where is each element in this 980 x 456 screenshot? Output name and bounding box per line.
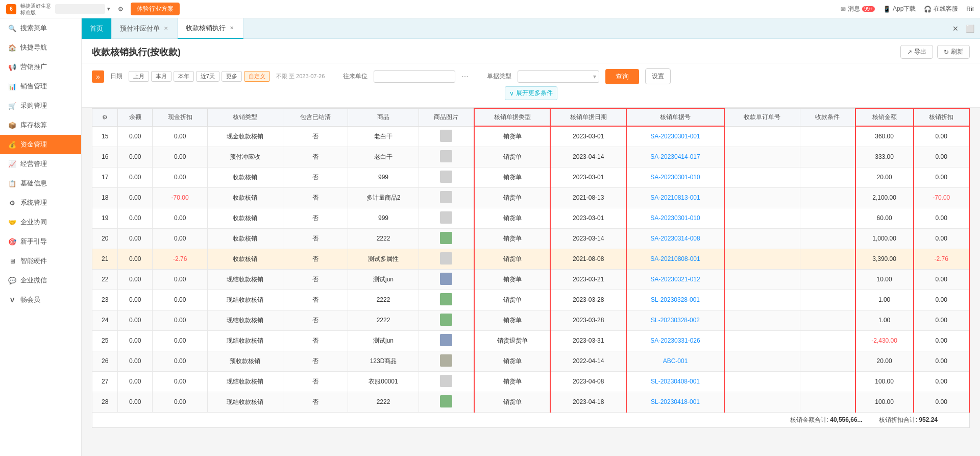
cell-type: 现结收款核销 <box>208 392 283 412</box>
sidebar-item-basic[interactable]: 📋 基础信息 <box>0 174 81 193</box>
this-month-btn[interactable]: 本月 <box>151 71 172 82</box>
home-icon: 🏠 <box>8 43 16 52</box>
cell-bill-no[interactable]: SA-20230301-010 <box>626 167 724 187</box>
cell-bill-no[interactable]: SL-20230328-002 <box>626 310 724 330</box>
app-download-btn[interactable]: 📱 App下载 <box>883 5 916 13</box>
cell-amount: 100.00 <box>855 392 914 412</box>
from-unit-dots[interactable]: ··· <box>461 72 468 81</box>
cell-balance: 0.00 <box>118 371 153 392</box>
tab-maximize-btn[interactable]: ⬜ <box>964 22 976 35</box>
cell-bill-no[interactable]: SL-20230328-001 <box>626 290 724 310</box>
finance-icon: 💰 <box>8 140 16 149</box>
col-write-off-discount: 核销折扣 <box>914 108 969 126</box>
col-settled: 包含已结清 <box>283 108 348 126</box>
sidebar-item-collab[interactable]: 🤝 企业协同 <box>0 212 81 232</box>
cell-bill-no[interactable]: SA-20230301-001 <box>626 126 724 147</box>
cell-bill-no[interactable]: SA-20210808-001 <box>626 249 724 269</box>
tab-prepay[interactable]: 预付冲应付单 ✕ <box>112 18 178 39</box>
sidebar-item-wechat[interactable]: 💬 企业微信 <box>0 271 81 290</box>
table-row: 28 0.00 0.00 现结收款核销 否 2222 销货单 2023-04-1… <box>92 392 970 412</box>
cell-type: 现结收款核销 <box>208 269 283 290</box>
cell-bill-type: 销货单 <box>474 249 550 269</box>
table-row: 17 0.00 0.00 收款核销 否 999 销货单 2023-03-01 S… <box>92 167 970 187</box>
cell-discount: 0.00 <box>153 290 208 310</box>
sidebar-item-system[interactable]: ⚙ 系统管理 <box>0 193 81 212</box>
workspace-dropdown[interactable]: ▾ <box>55 4 110 14</box>
sidebar-item-purchase[interactable]: 🛒 采购管理 <box>0 96 81 115</box>
expand-conditions-btn[interactable]: ∨ 展开更多条件 <box>505 86 557 100</box>
sidebar-item-guide[interactable]: 🎯 新手引导 <box>0 232 81 251</box>
message-icon: ✉ <box>841 6 846 13</box>
cell-discount: 0.00 <box>153 228 208 249</box>
cell-bill-no[interactable]: SA-20230414-017 <box>626 147 724 167</box>
solution-btn[interactable]: 体验行业方案 <box>131 3 180 15</box>
user-name[interactable]: Rit <box>966 6 974 13</box>
query-btn[interactable]: 查询 <box>605 69 639 84</box>
refresh-btn[interactable]: ↻ 刷新 <box>937 45 970 59</box>
filter-toggle-btn[interactable]: » <box>92 70 104 83</box>
bill-type-select[interactable]: 销货单 销货退货单 <box>518 70 599 83</box>
cell-bill-no[interactable]: SA-20230321-012 <box>626 269 724 290</box>
cell-order-no <box>724 126 800 147</box>
cell-order-no <box>724 147 800 167</box>
data-table: ⚙ 余额 现金折扣 核销类型 包含已结清 商品 商品图片 核销单据类型 核销单据… <box>92 108 970 413</box>
col-bill-date: 核销单据日期 <box>550 108 626 126</box>
cell-type: 收款核销 <box>208 167 283 187</box>
sidebar-item-hardware[interactable]: 🖥 智能硬件 <box>0 251 81 271</box>
cell-img <box>419 269 474 290</box>
last-7days-btn[interactable]: 近7天 <box>196 71 219 82</box>
col-order-no: 收款单订单号 <box>724 108 800 126</box>
cell-settled: 否 <box>283 208 348 228</box>
messages-btn[interactable]: ✉ 消息 99+ <box>841 5 875 13</box>
tab-collection[interactable]: 收款核销执行 ✕ <box>178 18 243 39</box>
this-year-btn[interactable]: 本年 <box>174 71 194 82</box>
cell-settled: 否 <box>283 147 348 167</box>
cell-settled: 否 <box>283 351 348 371</box>
page-header-actions: ↗ 导出 ↻ 刷新 <box>900 45 970 59</box>
sidebar-item-member[interactable]: V 畅会员 <box>0 290 81 309</box>
cell-bill-type: 销货退货单 <box>474 330 550 351</box>
cell-bill-no[interactable]: SL-20230408-001 <box>626 371 724 392</box>
cell-order-no <box>724 228 800 249</box>
custom-btn[interactable]: 自定义 <box>244 71 270 82</box>
cell-bill-no[interactable]: SA-20210813-001 <box>626 187 724 208</box>
guide-icon: 🎯 <box>8 237 16 246</box>
sidebar-item-nav[interactable]: 🏠 快捷导航 <box>0 38 81 57</box>
cell-bill-no[interactable]: SA-20230301-010 <box>626 208 724 228</box>
sidebar-item-finance[interactable]: 💰 资金管理 <box>0 135 81 154</box>
service-btn[interactable]: 🎧 在线客服 <box>924 5 958 13</box>
cell-bill-no[interactable]: ABC-001 <box>626 351 724 371</box>
sidebar-item-operation[interactable]: 📈 经营管理 <box>0 154 81 174</box>
export-btn[interactable]: ↗ 导出 <box>900 45 933 59</box>
sidebar-item-search[interactable]: 🔍 搜索菜单 <box>0 18 81 38</box>
cell-amount: -2,430.00 <box>855 330 914 351</box>
cell-amount: 360.00 <box>855 126 914 147</box>
tab-home[interactable]: 首页 <box>82 18 112 39</box>
cell-amount: 2,100.00 <box>855 187 914 208</box>
cell-bill-no[interactable]: SA-20230331-026 <box>626 330 724 351</box>
cell-amount: 100.00 <box>855 371 914 392</box>
search-icon: 🔍 <box>8 24 16 32</box>
sidebar-item-inventory[interactable]: 📦 库存核算 <box>0 115 81 135</box>
tab-close-btn[interactable]: ✕ <box>949 22 962 35</box>
cell-balance: 0.00 <box>118 147 153 167</box>
cell-amount: 1.00 <box>855 290 914 310</box>
col-settings[interactable]: ⚙ <box>92 108 118 126</box>
settings-icon[interactable]: ⚙ <box>114 3 127 15</box>
more-btn[interactable]: 更多 <box>222 71 242 82</box>
cell-bill-no[interactable]: SL-20230418-001 <box>626 392 724 412</box>
sidebar-item-marketing[interactable]: 📢 营销推广 <box>0 57 81 77</box>
setting-btn[interactable]: 设置 <box>645 68 671 84</box>
cell-img <box>419 330 474 351</box>
basic-icon: 📋 <box>8 179 16 187</box>
cell-num: 22 <box>92 269 118 290</box>
tab-prepay-close[interactable]: ✕ <box>163 25 169 32</box>
from-unit-input[interactable] <box>374 70 455 83</box>
tab-collection-close[interactable]: ✕ <box>229 24 235 32</box>
cell-bill-no[interactable]: SA-20230314-008 <box>626 228 724 249</box>
cell-condition <box>800 310 855 330</box>
cell-condition <box>800 392 855 412</box>
last-month-btn[interactable]: 上月 <box>129 71 149 82</box>
sidebar-item-sales[interactable]: 📊 销售管理 <box>0 77 81 96</box>
cell-bill-type: 销货单 <box>474 351 550 371</box>
